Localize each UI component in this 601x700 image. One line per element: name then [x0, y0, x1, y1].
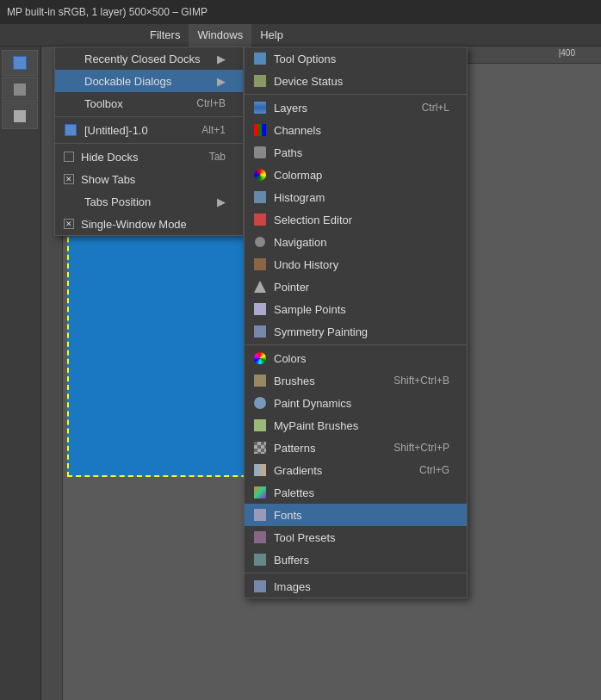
paths-icon [253, 146, 267, 159]
menu-paths[interactable]: Paths [245, 141, 467, 164]
layers-shortcut: Ctrl+L [405, 102, 449, 114]
pointer-icon [253, 280, 267, 294]
hide-docks-checkbox[interactable] [64, 152, 74, 162]
untitled-icon [64, 123, 77, 137]
separator [245, 344, 467, 345]
tool-icon [14, 110, 26, 122]
tool-button[interactable] [2, 50, 38, 76]
menu-untitled[interactable]: [Untitled]-1.0 Alt+1 [55, 119, 243, 141]
patterns-label: Patterns [274, 442, 315, 455]
undo-history-icon [253, 257, 267, 271]
separator [55, 116, 243, 117]
recently-closed-label: Recently Closed Docks [84, 53, 200, 65]
histogram-label: Histogram [274, 191, 325, 204]
titlebar: MP built-in sRGB, 1 layer) 500×500 – GIM… [0, 0, 601, 24]
dockable-dialogs-icon [64, 74, 77, 88]
single-window-checkbox[interactable] [64, 219, 74, 229]
tool-options-label: Tool Options [274, 53, 336, 65]
menu-channels[interactable]: Channels [245, 119, 467, 141]
fonts-icon [253, 508, 267, 522]
menu-tool-options[interactable]: Tool Options [245, 47, 467, 70]
menu-symmetry-painting[interactable]: Symmetry Painting [245, 320, 467, 343]
colors-dialog-icon [253, 351, 267, 365]
dockable-submenu: Tool Options Device Status Layers Ctrl+L… [244, 46, 468, 598]
toolbox-label: Toolbox [84, 97, 123, 110]
palettes-label: Palettes [274, 486, 314, 499]
mypaint-brushes-icon [253, 418, 267, 432]
menu-help[interactable]: Help [251, 24, 292, 46]
menu-sample-points[interactable]: Sample Points [245, 298, 467, 320]
menu-tabs-position[interactable]: Tabs Position ▶ [55, 190, 243, 213]
tool-icon [13, 56, 27, 70]
menu-layers[interactable] [90, 24, 107, 46]
menu-toolbox[interactable]: Toolbox Ctrl+B [55, 92, 243, 115]
menu-colors-dialog[interactable]: Colors [245, 347, 467, 369]
menu-paint-dynamics[interactable]: Paint Dynamics [245, 392, 467, 414]
tabs-position-label: Tabs Position [84, 195, 151, 208]
tool-button[interactable] [2, 77, 38, 102]
toolbox-shortcut: Ctrl+B [179, 97, 226, 109]
colormap-icon [253, 168, 267, 182]
separator [55, 143, 243, 144]
device-status-label: Device Status [274, 75, 343, 88]
menu-undo-history[interactable]: Undo History [245, 253, 467, 276]
tool-options-icon [253, 52, 267, 65]
patterns-shortcut: Shift+Ctrl+P [376, 442, 449, 454]
tool-presets-label: Tool Presets [274, 531, 336, 544]
menu-colormap[interactable]: Colormap [245, 164, 467, 186]
tool-presets-icon [253, 530, 267, 544]
arrow-icon: ▶ [217, 53, 226, 65]
menu-image[interactable] [72, 24, 90, 46]
menu-select[interactable] [38, 24, 55, 46]
menu-tool-presets[interactable]: Tool Presets [245, 526, 467, 548]
menu-dockable-dialogs[interactable]: Dockable Dialogs ▶ [55, 70, 243, 92]
sample-points-label: Sample Points [274, 303, 346, 316]
arrow-icon: ▶ [217, 75, 226, 88]
menu-hide-docks[interactable]: Hide Docks Tab [55, 146, 243, 168]
colormap-label: Colormap [274, 169, 322, 182]
menu-recently-closed[interactable]: Recently Closed Docks ▶ [55, 47, 243, 70]
menu-buffers[interactable]: Buffers [245, 548, 467, 571]
menu-gradients[interactable]: Gradients Ctrl+G [245, 459, 467, 481]
show-tabs-checkbox[interactable] [64, 174, 74, 184]
menu-fonts[interactable]: Fonts [245, 504, 467, 526]
device-status-icon [253, 74, 267, 88]
menu-edit[interactable] [21, 24, 38, 46]
toolbox-icon [64, 96, 77, 110]
selection-editor-label: Selection Editor [274, 214, 352, 226]
menu-palettes[interactable]: Palettes [245, 481, 467, 504]
brushes-shortcut: Shift+Ctrl+B [376, 375, 449, 387]
menu-windows[interactable]: Windows [189, 24, 251, 46]
navigation-icon [253, 235, 267, 249]
menu-navigation[interactable]: Navigation [245, 231, 467, 253]
menu-mypaint-brushes[interactable]: MyPaint Brushes [245, 414, 467, 437]
menu-histogram[interactable]: Histogram [245, 186, 467, 208]
channels-icon [253, 123, 267, 137]
menu-layers[interactable]: Layers Ctrl+L [245, 96, 467, 119]
titlebar-text: MP built-in sRGB, 1 layer) 500×500 – GIM… [7, 6, 208, 18]
menu-show-tabs[interactable]: Show Tabs [55, 168, 243, 190]
menu-colors-menu[interactable] [107, 24, 124, 46]
separator [245, 573, 467, 573]
menu-selection-editor[interactable]: Selection Editor [245, 208, 467, 231]
menu-patterns[interactable]: Patterns Shift+Ctrl+P [245, 437, 467, 459]
menu-images[interactable]: Images [245, 575, 467, 598]
menu-view[interactable] [55, 24, 72, 46]
tool-icon [14, 84, 26, 96]
sample-points-icon [253, 302, 267, 316]
menu-brushes[interactable]: Brushes Shift+Ctrl+B [245, 369, 467, 392]
untitled-label: [Untitled]-1.0 [84, 124, 148, 137]
menubar: Filters Windows Help [0, 24, 601, 46]
menu-filters[interactable]: Filters [141, 24, 189, 46]
menu-pointer[interactable]: Pointer [245, 276, 467, 298]
menu-file[interactable] [3, 24, 21, 46]
menu-tools[interactable] [124, 24, 141, 46]
arrow-icon: ▶ [217, 195, 226, 208]
menu-single-window[interactable]: Single-Window Mode [55, 213, 243, 235]
menu-device-status[interactable]: Device Status [245, 70, 467, 92]
single-window-label: Single-Window Mode [81, 218, 187, 231]
images-icon [253, 579, 267, 593]
tool-button[interactable] [2, 103, 38, 129]
windows-dropdown: Recently Closed Docks ▶ Dockable Dialogs… [54, 46, 244, 236]
paint-dynamics-icon [253, 396, 267, 410]
